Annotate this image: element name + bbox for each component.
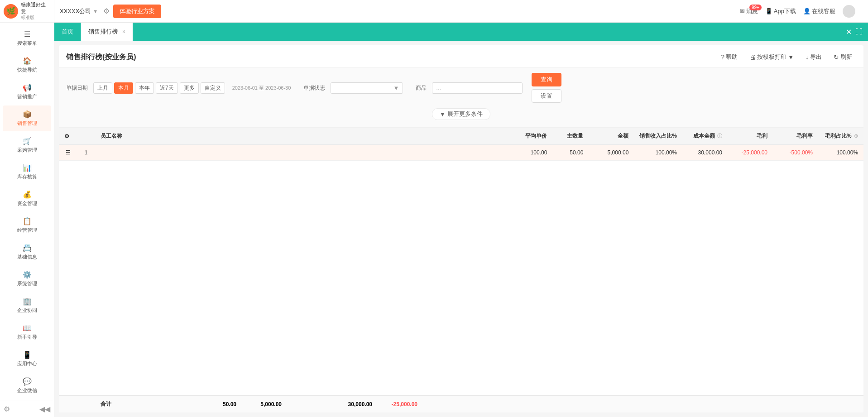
col-sales-pct-header: 销售收入占比%: [634, 128, 682, 145]
sidebar-item-sales[interactable]: 📦销售管理: [3, 105, 51, 131]
sidebar-item-quick-nav[interactable]: 🏠快捷导航: [3, 52, 51, 78]
sidebar-item-operations[interactable]: 📋经营管理: [3, 212, 51, 238]
help-icon: ?: [721, 53, 724, 61]
col-name-header: 员工名称: [95, 128, 507, 145]
row-rank: 1: [77, 145, 95, 161]
tabbar: 首页 销售排行榜 × ✕ ⛶: [54, 23, 868, 41]
sidebar-label-purchase: 采购管理: [17, 147, 37, 153]
expand-more-row: ▼ 展开更多条件: [66, 106, 856, 122]
sidebar-label-inventory: 库存核算: [17, 173, 37, 180]
row-name: [95, 145, 507, 161]
sidebar-label-marketing: 营销推广: [17, 93, 37, 100]
maximize-icon[interactable]: ⛶: [855, 28, 863, 36]
content-area: 销售排行榜(按业务员) ? 帮助 🖨 按模板打印 ▼ ↓ 导出: [54, 41, 868, 417]
date-btn-7days[interactable]: 近7天: [156, 82, 178, 94]
date-label: 单据日期: [66, 84, 88, 92]
message-icon: ✉: [740, 8, 745, 14]
col-settings-header[interactable]: ⚙: [59, 128, 77, 145]
sidebar-item-marketing[interactable]: 📢营销推广: [3, 79, 51, 105]
sidebar-label-operations: 经营管理: [17, 227, 37, 234]
footer-profit: -25,000.00: [372, 401, 417, 407]
refresh-icon: ↻: [834, 53, 839, 61]
refresh-btn[interactable]: ↻ 刷新: [830, 51, 856, 63]
col-avg-price-header: 平均单价: [507, 128, 552, 145]
avatar[interactable]: [843, 5, 855, 18]
header-row: ⚙ 员工名称 平均单价 主数量 全额 销售收入占比% 成本全额 ⓘ 毛利 毛利率: [59, 128, 863, 145]
goods-input[interactable]: ...: [432, 82, 523, 94]
col-qty-header: 主数量: [552, 128, 589, 145]
status-select[interactable]: ▼: [331, 82, 403, 94]
footer-qty: 50.00: [200, 401, 236, 407]
date-btn-last-month[interactable]: 上月: [93, 82, 112, 94]
collapse-icon[interactable]: ◀◀: [39, 405, 50, 413]
online-service-btn[interactable]: 👤 在线客服: [803, 7, 835, 15]
cost-help-icon[interactable]: ⓘ: [717, 133, 722, 139]
sidebar-label-sales: 销售管理: [17, 120, 37, 127]
table-footer: 合计 50.00 5,000.00 30,000.00 -25,000.00: [59, 395, 863, 412]
row-settings[interactable]: ☰: [59, 145, 77, 161]
sidebar: 🌿 畅康通好生意 标准版 ☰搜索菜单🏠快捷导航📢营销推广📦销售管理🛒采购管理📊库…: [0, 0, 54, 417]
row-sales-pct: 100.00%: [634, 145, 682, 161]
sidebar-nav: ☰搜索菜单🏠快捷导航📢营销推广📦销售管理🛒采购管理📊库存核算💰资金管理📋经营管理…: [0, 23, 54, 401]
tab-close-icon[interactable]: ×: [122, 29, 125, 35]
sidebar-item-app-center[interactable]: 📱应用中心: [3, 346, 51, 372]
footer-amount: 5,000.00: [236, 401, 282, 407]
sidebar-item-system[interactable]: ⚙️系统管理: [3, 266, 51, 292]
status-label: 单据状态: [303, 84, 325, 92]
settings-icon[interactable]: ⚙: [4, 405, 10, 413]
trial-btn[interactable]: 体验行业方案: [113, 5, 161, 18]
sidebar-bottom: ⚙ ◀◀: [0, 401, 54, 417]
expand-more-btn[interactable]: ▼ 展开更多条件: [432, 108, 490, 120]
close-window-icon[interactable]: ✕: [846, 28, 852, 36]
date-btn-this-year[interactable]: 本年: [135, 82, 154, 94]
date-btn-custom[interactable]: 自定义: [201, 82, 225, 94]
sidebar-icon-marketing: 📢: [23, 83, 32, 92]
sidebar-item-newbie[interactable]: 📖新手引导: [3, 319, 51, 345]
service-label: 在线客服: [812, 7, 835, 15]
topbar-right: ✉ 消息 99+ 📱 App下载 👤 在线客服: [740, 5, 863, 18]
sidebar-item-inventory[interactable]: 📊库存核算: [3, 159, 51, 185]
sidebar-label-corp-collab: 企业协同: [17, 307, 37, 314]
sidebar-label-quick-nav: 快捷导航: [17, 67, 37, 73]
goods-label: 商品: [416, 84, 427, 92]
company-dropdown-icon: ▼: [93, 9, 98, 14]
footer-total-label: 合计: [101, 400, 155, 408]
date-btn-this-month[interactable]: 本月: [114, 82, 133, 94]
filter-buttons: 查询 设置: [532, 73, 561, 103]
template-print-btn[interactable]: 🖨 按模板打印 ▼: [745, 51, 798, 63]
service-icon: 👤: [803, 8, 810, 14]
row-profit: -25,000.00: [728, 145, 773, 161]
sidebar-item-corp-collab[interactable]: 🏢企业协同: [3, 292, 51, 318]
tab-sales-ranking[interactable]: 销售排行榜 ×: [81, 23, 133, 41]
app-download-btn[interactable]: 📱 App下载: [765, 7, 796, 15]
logo-icon: 🌿: [4, 4, 18, 19]
sidebar-icon-quick-nav: 🏠: [23, 57, 32, 65]
message-btn[interactable]: ✉ 消息 99+: [740, 7, 758, 15]
sidebar-icon-inventory: 📊: [23, 163, 32, 172]
tab-home-label: 首页: [62, 28, 73, 36]
company-selector[interactable]: XXXXX公司 ▼: [60, 7, 98, 15]
query-btn[interactable]: 查询: [532, 73, 561, 86]
sidebar-item-purchase[interactable]: 🛒采购管理: [3, 132, 51, 158]
help-btn[interactable]: ? 帮助: [717, 51, 742, 63]
sidebar-item-corp-wechat[interactable]: 💬企业微信: [3, 373, 51, 398]
filter-area: 单据日期 上月 本月 本年 近7天 更多 自定义 2023-06-01 至 20…: [59, 67, 863, 128]
date-btn-more[interactable]: 更多: [180, 82, 199, 94]
col-profit-rate-header: 毛利率: [773, 128, 818, 145]
topbar-settings-icon[interactable]: ⚙: [103, 7, 110, 15]
sidebar-icon-search-orders: ☰: [24, 30, 30, 38]
tab-home[interactable]: 首页: [54, 23, 81, 41]
sidebar-icon-purchase: 🛒: [23, 137, 32, 145]
sidebar-item-basic-info[interactable]: 📇基础信息: [3, 239, 51, 265]
filter-settings-btn[interactable]: 设置: [532, 89, 561, 103]
sidebar-item-finance[interactable]: 💰资金管理: [3, 186, 51, 211]
profit-pct-help-icon[interactable]: ⊕: [854, 133, 858, 139]
export-icon: ↓: [806, 53, 809, 61]
export-btn[interactable]: ↓ 导出: [801, 51, 826, 63]
help-label: 帮助: [726, 53, 738, 61]
sidebar-item-search-orders[interactable]: ☰搜索菜单: [3, 25, 51, 51]
table-header: ⚙ 员工名称 平均单价 主数量 全额 销售收入占比% 成本全额 ⓘ 毛利 毛利率: [59, 128, 863, 145]
expand-more-label: 展开更多条件: [447, 110, 483, 118]
sidebar-icon-finance: 💰: [23, 190, 32, 199]
row-profit-rate: -500.00%: [773, 145, 818, 161]
